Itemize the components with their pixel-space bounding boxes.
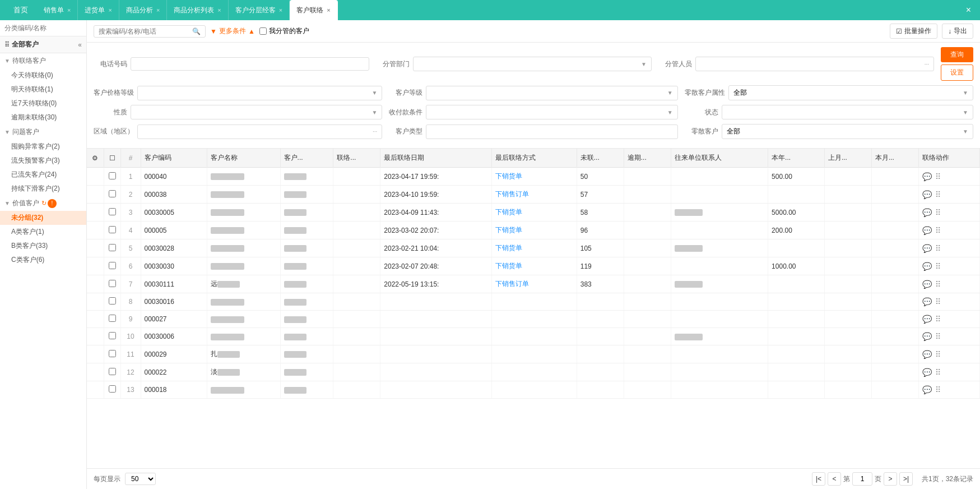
sidebar-item-class-c[interactable]: C类客户(6): [0, 253, 86, 267]
status-select[interactable]: ▼: [722, 105, 973, 119]
row-checkbox[interactable]: [104, 239, 120, 257]
row-checkbox[interactable]: [104, 168, 120, 186]
retail-customer-select[interactable]: 全部 ▼: [722, 124, 973, 139]
nav-tab-analysis[interactable]: 商品分析 ×: [119, 0, 167, 20]
window-close-btn[interactable]: ×: [962, 5, 976, 15]
sidebar-item-today[interactable]: 今天待联络(0): [0, 68, 86, 82]
close-analysis-tab[interactable]: ×: [156, 7, 160, 13]
contact-type-link[interactable]: 下销货单: [495, 226, 522, 234]
contact-type-link[interactable]: 下销售订单: [495, 280, 529, 288]
dept-select[interactable]: ▼: [413, 57, 652, 71]
sidebar-item-declining[interactable]: 持续下滑客户(2): [0, 182, 86, 196]
next-page-btn[interactable]: >: [884, 472, 897, 486]
refresh-icon[interactable]: ↻: [41, 200, 47, 207]
staff-select[interactable]: ···: [695, 57, 934, 71]
my-customers-check-input[interactable]: [259, 27, 267, 35]
first-page-btn[interactable]: |<: [812, 472, 825, 486]
close-segment-tab[interactable]: ×: [279, 7, 282, 13]
filter-search-input[interactable]: [99, 27, 190, 35]
nav-tab-purchase[interactable]: 进货单 ×: [78, 0, 119, 20]
grid-action-icon[interactable]: ⠿: [935, 244, 941, 253]
col-overdue[interactable]: 逾期...: [624, 149, 671, 168]
col-last-month[interactable]: 上月...: [824, 149, 871, 168]
contact-type-link[interactable]: 下销货单: [495, 262, 522, 270]
chat-icon[interactable]: 💬: [922, 315, 932, 324]
grid-action-icon[interactable]: ⠿: [935, 190, 941, 199]
last-page-btn[interactable]: >|: [899, 472, 913, 486]
col-customer-code[interactable]: 客户编码: [141, 149, 207, 168]
chat-icon[interactable]: 💬: [922, 332, 932, 341]
chat-icon[interactable]: 💬: [922, 208, 932, 217]
chat-icon[interactable]: 💬: [922, 280, 932, 289]
row-checkbox[interactable]: [104, 363, 120, 381]
grid-action-icon[interactable]: ⠿: [935, 172, 941, 181]
sidebar-item-tomorrow[interactable]: 明天待联络(1): [0, 82, 86, 96]
close-purchase-tab[interactable]: ×: [108, 7, 112, 13]
phone-input[interactable]: [131, 57, 369, 71]
nav-tab-customer-segment[interactable]: 客户分层经客 ×: [229, 0, 290, 20]
sidebar-item-ungrouped[interactable]: 未分组(32): [0, 211, 86, 225]
col-contact[interactable]: 联络...: [333, 149, 380, 168]
payment-select[interactable]: ▼: [426, 105, 677, 119]
nav-tab-customer-contact[interactable]: 客户联络 ×: [290, 0, 337, 20]
row-checkbox[interactable]: [104, 345, 120, 363]
retail-attr-select[interactable]: 全部 ▼: [728, 85, 973, 100]
chat-icon[interactable]: 💬: [922, 172, 932, 181]
customer-type-select[interactable]: [426, 124, 677, 139]
contact-type-link[interactable]: 下销货单: [495, 172, 522, 180]
collapse-icon[interactable]: «: [78, 41, 82, 49]
region-select[interactable]: ···: [137, 124, 382, 139]
nature-select[interactable]: ▼: [131, 105, 382, 119]
grid-action-icon[interactable]: ⠿: [935, 368, 941, 377]
row-checkbox[interactable]: [104, 275, 120, 293]
sidebar-item-churn-warning[interactable]: 流失预警客户(3): [0, 154, 86, 168]
batch-ops-button[interactable]: ☑ 批量操作: [890, 24, 937, 39]
group-value-customers[interactable]: ▼ 价值客户 ↻ !: [0, 196, 86, 211]
grid-action-icon[interactable]: ⠿: [935, 315, 941, 324]
contact-type-link[interactable]: 下销售订单: [495, 190, 529, 198]
row-checkbox[interactable]: [104, 293, 120, 311]
col-checkbox[interactable]: ☐: [104, 149, 120, 168]
chat-icon[interactable]: 💬: [922, 385, 932, 394]
col-partner-contact[interactable]: 往来单位联系人: [671, 149, 768, 168]
col-no-contact-days[interactable]: 未联...: [577, 149, 624, 168]
nav-home[interactable]: 首页: [4, 5, 37, 15]
page-input[interactable]: [852, 472, 872, 486]
sidebar-item-hoard-abnormal[interactable]: 囤购异常客户(2): [0, 140, 86, 154]
grid-action-icon[interactable]: ⠿: [935, 208, 941, 217]
col-this-year[interactable]: 本年...: [768, 149, 825, 168]
nav-tab-analysis-list[interactable]: 商品分析列表 ×: [167, 0, 228, 20]
query-button[interactable]: 查询: [941, 47, 973, 62]
sidebar-item-class-a[interactable]: A类客户(1): [0, 225, 86, 239]
row-checkbox[interactable]: [104, 204, 120, 222]
contact-type-link[interactable]: 下销货单: [495, 208, 522, 216]
more-filter-button[interactable]: ▼ 更多条件 ▲: [210, 26, 255, 36]
row-checkbox[interactable]: [104, 328, 120, 345]
row-checkbox[interactable]: [104, 186, 120, 204]
col-customer-extra[interactable]: 客户...: [280, 149, 333, 168]
prev-page-btn[interactable]: <: [828, 472, 841, 486]
grid-action-icon[interactable]: ⠿: [935, 385, 941, 394]
sidebar-search-input[interactable]: [4, 24, 87, 32]
chat-icon[interactable]: 💬: [922, 226, 932, 235]
sidebar-item-churned[interactable]: 已流失客户(24): [0, 168, 86, 182]
close-sales-tab[interactable]: ×: [67, 7, 71, 13]
row-checkbox[interactable]: [104, 257, 120, 275]
per-page-select[interactable]: 50 100 200: [125, 473, 156, 485]
sidebar-item-overdue[interactable]: 逾期未联络(30): [0, 110, 86, 124]
grid-action-icon[interactable]: ⠿: [935, 297, 941, 306]
filter-search-icon[interactable]: 🔍: [192, 27, 201, 35]
col-settings[interactable]: ⚙: [87, 149, 104, 168]
group-pending-contact[interactable]: ▼ 待联络客户: [0, 53, 86, 68]
col-customer-name[interactable]: 客户名称: [207, 149, 280, 168]
chat-icon[interactable]: 💬: [922, 350, 932, 359]
price-level-select[interactable]: ▼: [137, 86, 382, 100]
chat-icon[interactable]: 💬: [922, 190, 932, 199]
col-last-contact-type[interactable]: 最后联络方式: [491, 149, 577, 168]
grid-action-icon[interactable]: ⠿: [935, 280, 941, 289]
sidebar-item-class-b[interactable]: B类客户(33): [0, 239, 86, 253]
chat-icon[interactable]: 💬: [922, 262, 932, 271]
grid-action-icon[interactable]: ⠿: [935, 226, 941, 235]
grid-action-icon[interactable]: ⠿: [935, 262, 941, 271]
customer-level-select[interactable]: ▼: [426, 86, 677, 100]
